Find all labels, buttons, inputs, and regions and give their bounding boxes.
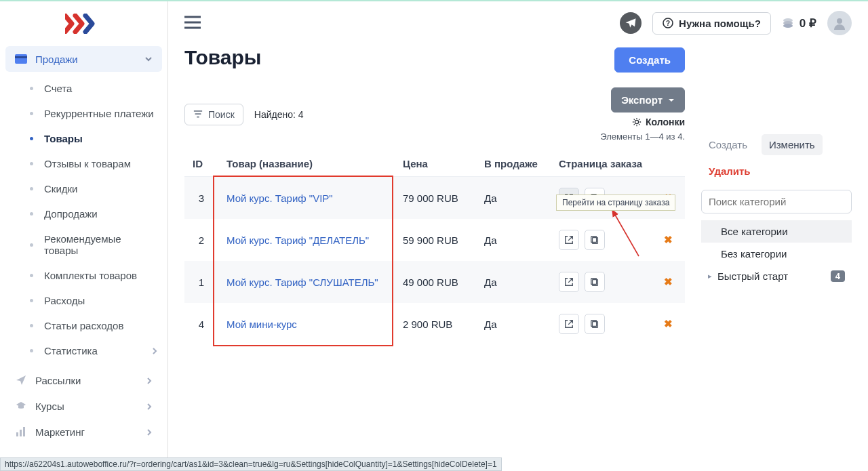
product-link[interactable]: Мой мини-курс xyxy=(226,319,297,330)
category-item[interactable]: Без категории xyxy=(701,243,852,265)
chip-create[interactable]: Создать xyxy=(701,134,755,155)
category-search-input[interactable] xyxy=(701,190,852,213)
gear-icon xyxy=(632,117,642,127)
nav-mailings[interactable]: Рассылки xyxy=(5,367,162,393)
topbar: ? Нужна помощь? 0 ₽ xyxy=(168,1,868,45)
table-row[interactable]: 2Мой курс. Тариф "ДЕЛАТЕЛЬ"59 900 RUBДа✖ xyxy=(184,219,685,261)
th-order-page[interactable]: Страница заказа xyxy=(551,151,651,177)
cell-name: Мой курс. Тариф "ДЕЛАТЕЛЬ" xyxy=(218,219,395,261)
found-label: Найдено: 4 xyxy=(254,109,304,120)
balance[interactable]: 0 ₽ xyxy=(782,16,816,30)
cell-delete: ✖ xyxy=(651,219,685,261)
chevron-right-icon xyxy=(146,375,153,386)
sub-stats[interactable]: Статистика xyxy=(26,338,162,363)
table-row[interactable]: 4Мой мини-курс2 900 RUBДа✖ xyxy=(184,303,685,345)
page-title: Товары xyxy=(184,46,261,69)
category-item[interactable]: ▸Быстрый старт4 xyxy=(701,265,852,287)
create-button[interactable]: Создать xyxy=(614,47,685,73)
send-icon xyxy=(15,374,27,386)
svg-point-10 xyxy=(837,18,842,24)
th-sale[interactable]: В продаже xyxy=(476,151,551,177)
svg-rect-3 xyxy=(20,430,22,436)
chevron-down-icon xyxy=(144,54,153,65)
category-item[interactable]: Все категории xyxy=(701,220,852,243)
bars-icon xyxy=(15,426,27,438)
cell-delete: ✖ xyxy=(651,261,685,303)
cell-sale: Да xyxy=(476,261,551,303)
copy-button[interactable] xyxy=(585,272,605,292)
cell-id: 2 xyxy=(184,219,218,261)
category-count-badge: 4 xyxy=(831,270,845,282)
svg-point-9 xyxy=(783,24,793,28)
status-bar-url: https://a62204s1.autoweboffice.ru/?r=ord… xyxy=(0,457,502,471)
nav-marketing[interactable]: Маркетинг xyxy=(5,419,162,445)
product-link[interactable]: Мой курс. Тариф "СЛУШАТЕЛЬ" xyxy=(226,277,378,288)
cell-price: 59 900 RUB xyxy=(395,219,476,261)
svg-rect-0 xyxy=(15,54,27,64)
cell-name: Мой мини-курс xyxy=(218,303,395,345)
category-list: Все категорииБез категории▸Быстрый старт… xyxy=(701,220,852,287)
product-link[interactable]: Мой курс. Тариф "ДЕЛАТЕЛЬ" xyxy=(226,234,369,246)
sub-recommended[interactable]: Рекомендуемые товары xyxy=(26,226,162,263)
menu-toggle-icon[interactable] xyxy=(184,13,201,34)
open-order-page-button[interactable] xyxy=(559,230,579,250)
sub-expenses[interactable]: Расходы xyxy=(26,288,162,313)
chip-edit[interactable]: Изменить xyxy=(762,134,823,155)
sub-products[interactable]: Товары xyxy=(26,126,162,151)
cell-actions xyxy=(551,261,651,303)
search-button[interactable]: Поиск xyxy=(184,104,243,125)
copy-button[interactable] xyxy=(585,230,605,250)
cell-price: 79 000 RUB xyxy=(395,177,476,220)
cell-id: 1 xyxy=(184,261,218,303)
chevron-right-icon xyxy=(146,426,153,438)
svg-rect-1 xyxy=(15,56,27,58)
cell-sale: Да xyxy=(476,303,551,345)
filter-icon xyxy=(193,110,203,119)
cell-delete: ✖ xyxy=(651,303,685,345)
cell-price: 49 000 RUB xyxy=(395,261,476,303)
chip-delete[interactable]: Удалить xyxy=(701,161,758,182)
product-link[interactable]: Мой курс. Тариф "VIP" xyxy=(226,192,333,204)
telegram-button[interactable] xyxy=(620,12,642,34)
graduation-icon xyxy=(15,400,27,412)
open-order-page-button[interactable] xyxy=(559,272,579,292)
delete-row-button[interactable]: ✖ xyxy=(664,234,673,245)
avatar[interactable] xyxy=(827,11,852,35)
svg-rect-4 xyxy=(23,427,25,436)
cell-name: Мой курс. Тариф "СЛУШАТЕЛЬ" xyxy=(218,261,395,303)
table-row[interactable]: 1Мой курс. Тариф "СЛУШАТЕЛЬ"49 000 RUBДа… xyxy=(184,261,685,303)
sub-discounts[interactable]: Скидки xyxy=(26,176,162,201)
nav-sales[interactable]: Продажи xyxy=(5,46,162,72)
sub-expense-items[interactable]: Статьи расходов xyxy=(26,313,162,338)
sidebar: Продажи Счета Рекуррентные платежи Товар… xyxy=(0,1,168,471)
chevron-right-icon xyxy=(146,401,153,412)
delete-row-button[interactable]: ✖ xyxy=(664,276,673,287)
help-button[interactable]: ? Нужна помощь? xyxy=(652,12,771,35)
card-icon xyxy=(15,53,27,65)
open-order-page-button[interactable] xyxy=(559,314,579,334)
export-button[interactable]: Экспорт xyxy=(611,87,685,112)
nav-courses[interactable]: Курсы xyxy=(5,393,162,419)
th-id[interactable]: ID xyxy=(184,151,218,177)
columns-link[interactable]: Колонки xyxy=(632,117,685,127)
cell-name: Мой курс. Тариф "VIP" xyxy=(218,177,395,220)
nav-sales-sublist: Счета Рекуррентные платежи Товары Отзывы… xyxy=(5,72,162,367)
right-pane: Создать Изменить Удалить Все категорииБе… xyxy=(701,45,852,471)
svg-rect-2 xyxy=(16,432,18,436)
logo xyxy=(0,8,167,46)
cell-actions xyxy=(551,219,651,261)
caret-down-icon xyxy=(668,97,675,104)
delete-row-button[interactable]: ✖ xyxy=(664,318,673,329)
range-text: Элементы 1—4 из 4. xyxy=(600,131,685,142)
tooltip: Перейти на страницу заказа xyxy=(556,194,675,211)
sub-recurring[interactable]: Рекуррентные платежи xyxy=(26,101,162,126)
chevron-right-icon xyxy=(151,345,158,356)
th-name[interactable]: Товар (название) xyxy=(218,151,395,177)
sub-upsells[interactable]: Допродажи xyxy=(26,201,162,226)
copy-button[interactable] xyxy=(585,314,605,334)
th-price[interactable]: Цена xyxy=(395,151,476,177)
sub-invoices[interactable]: Счета xyxy=(26,76,162,101)
sub-bundles[interactable]: Комплекты товаров xyxy=(26,263,162,288)
sub-reviews[interactable]: Отзывы к товарам xyxy=(26,151,162,176)
svg-text:?: ? xyxy=(666,20,670,27)
